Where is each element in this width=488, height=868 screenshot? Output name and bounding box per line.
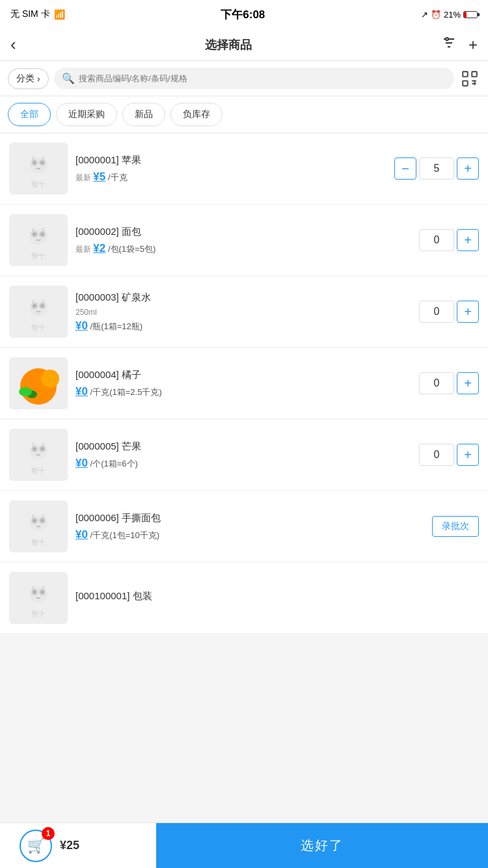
product-price: ¥0 /千克(1包=10千克) <box>75 528 424 541</box>
svg-rect-4 <box>463 72 468 77</box>
search-icon: 🔍 <box>62 72 75 85</box>
qty-increase-button[interactable]: + <box>457 157 479 180</box>
product-image: 智十 <box>9 286 68 338</box>
list-item: 智十 [0000005] 芒果 ¥0 /个(1箱=6个) + <box>0 420 488 490</box>
product-name: [000100001] 包装 <box>75 590 479 603</box>
product-info: [0000005] 芒果 ¥0 /个(1箱=6个) <box>75 441 411 470</box>
confirm-button[interactable]: 选好了 <box>156 823 488 869</box>
product-info: [0000004] 橘子 ¥0 /千克(1箱=2.5千克) <box>75 369 411 398</box>
status-time: 下午6:08 <box>221 7 265 22</box>
status-right: ↗ ⏰ 21% <box>421 10 478 20</box>
qty-increase-button[interactable]: + <box>457 229 479 251</box>
qty-increase-button[interactable]: + <box>457 372 479 394</box>
tab-近期采购[interactable]: 近期采购 <box>56 103 117 126</box>
qty-increase-button[interactable]: + <box>457 444 479 466</box>
svg-rect-6 <box>463 81 468 86</box>
product-image: 智十 <box>9 500 68 552</box>
alarm-icon: ⏰ <box>431 10 441 20</box>
product-price: 最新 ¥5 /千克 <box>75 170 386 183</box>
filter-row: 分类 › 🔍 <box>0 61 488 96</box>
carrier-text: 无 SIM 卡 <box>10 8 50 20</box>
product-image <box>9 357 68 409</box>
tab-row: 全部近期采购新品负库存 <box>0 96 488 133</box>
svg-point-29 <box>29 444 47 459</box>
product-list: 智十 [0000001] 苹果 最新 ¥5 /千克 − + 智十 <box>0 133 488 633</box>
search-box[interactable]: 🔍 <box>54 68 454 89</box>
list-item: 智十 [0000001] 苹果 最新 ¥5 /千克 − + <box>0 133 488 204</box>
search-input[interactable] <box>79 74 446 83</box>
chevron-right-icon: › <box>37 74 40 84</box>
product-name: [0000005] 芒果 <box>75 441 411 453</box>
tab-负库存[interactable]: 负库存 <box>170 103 223 126</box>
svg-point-3 <box>446 38 448 40</box>
svg-point-26 <box>41 370 59 388</box>
tab-新品[interactable]: 新品 <box>122 103 165 126</box>
svg-point-43 <box>41 590 44 593</box>
svg-point-28 <box>19 387 32 396</box>
svg-point-10 <box>29 157 47 173</box>
qty-input[interactable] <box>419 301 454 323</box>
qty-increase-button[interactable]: + <box>457 301 479 323</box>
svg-point-42 <box>33 590 36 593</box>
svg-point-38 <box>41 519 44 522</box>
svg-point-13 <box>33 161 36 164</box>
cart-total: ¥25 <box>60 839 79 852</box>
cart-badge: 1 <box>42 827 55 840</box>
svg-point-32 <box>33 447 36 450</box>
svg-point-39 <box>29 587 47 603</box>
page-title: 选择商品 <box>205 37 252 53</box>
list-item: 智十 [0000003] 矿泉水 250ml ¥0 /瓶(1箱=12瓶) + <box>0 277 488 347</box>
list-item: 智十 [0000006] 手撕面包 ¥0 /千克(1包=10千克) 录批次 <box>0 491 488 562</box>
list-item: 智十 [000100001] 包装 <box>0 563 488 633</box>
qty-decrease-button[interactable]: − <box>394 157 416 180</box>
svg-point-15 <box>29 229 47 245</box>
bottom-bar: 🛒 1 ¥25 选好了 <box>0 822 488 868</box>
qty-control: + <box>419 301 479 323</box>
svg-point-33 <box>41 447 44 450</box>
svg-rect-5 <box>472 72 477 77</box>
product-info: [0000006] 手撕面包 ¥0 /千克(1包=10千克) <box>75 512 424 541</box>
wifi-icon: 📶 <box>54 9 65 20</box>
battery-icon <box>463 11 478 18</box>
svg-point-34 <box>29 515 47 531</box>
qty-control: + <box>419 444 479 466</box>
cart-icon[interactable]: 🛒 1 <box>20 830 52 862</box>
svg-point-24 <box>41 304 44 307</box>
list-item: 智十 [0000002] 面包 最新 ¥2 /包(1袋=5包) + <box>0 205 488 275</box>
svg-point-14 <box>41 161 44 164</box>
product-price: 最新 ¥2 /包(1袋=5包) <box>75 242 411 255</box>
svg-point-18 <box>33 232 36 236</box>
qty-input[interactable] <box>419 157 454 180</box>
product-name: [0000006] 手撕面包 <box>75 512 424 524</box>
product-name: [0000001] 苹果 <box>75 154 386 167</box>
svg-point-37 <box>33 519 36 522</box>
tab-全部[interactable]: 全部 <box>8 103 51 126</box>
product-price: ¥0 /千克(1箱=2.5千克) <box>75 385 411 398</box>
cart-section: 🛒 1 ¥25 <box>0 830 156 862</box>
scan-button[interactable] <box>459 68 480 89</box>
add-icon[interactable]: + <box>468 36 478 54</box>
product-price: ¥0 /个(1箱=6个) <box>75 457 411 470</box>
product-image: 智十 <box>9 572 68 624</box>
product-name: [0000002] 面包 <box>75 226 411 238</box>
category-button[interactable]: 分类 › <box>8 68 49 89</box>
qty-input[interactable] <box>419 372 454 394</box>
product-name: [0000004] 橘子 <box>75 369 411 381</box>
product-name: [0000003] 矿泉水 <box>75 292 411 304</box>
battery-percent: 21% <box>444 10 461 20</box>
nav-actions: + <box>441 35 478 54</box>
status-bar: 无 SIM 卡 📶 下午6:08 ↗ ⏰ 21% <box>0 0 488 29</box>
svg-point-23 <box>33 304 36 307</box>
qty-input[interactable] <box>419 229 454 251</box>
location-icon: ↗ <box>421 10 428 20</box>
qty-control: + <box>419 372 479 394</box>
qty-input[interactable] <box>419 444 454 466</box>
batch-button[interactable]: 录批次 <box>432 516 479 537</box>
list-item: [0000004] 橘子 ¥0 /千克(1箱=2.5千克) + <box>0 348 488 418</box>
qty-control: + <box>419 229 479 251</box>
nav-bar: ‹ 选择商品 + <box>0 29 488 61</box>
product-spec: 250ml <box>75 308 411 317</box>
product-image: 智十 <box>9 142 68 195</box>
back-button[interactable]: ‹ <box>10 34 16 55</box>
filter-icon[interactable] <box>441 35 457 54</box>
